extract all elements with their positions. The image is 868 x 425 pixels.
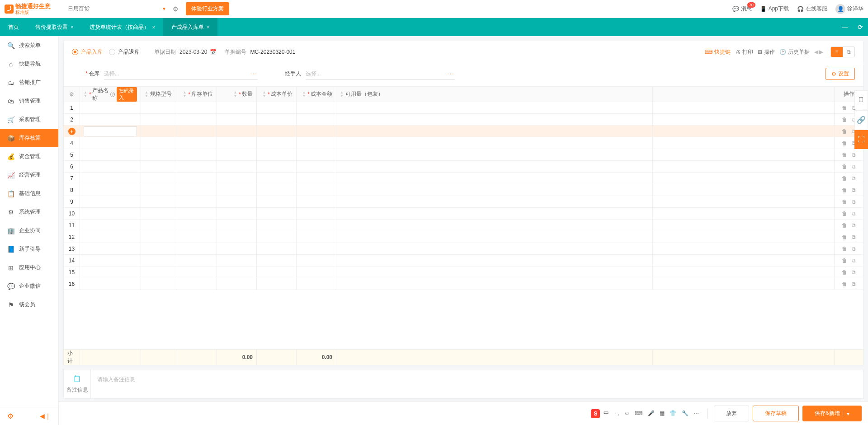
cost-cell[interactable] <box>257 196 297 207</box>
available-cell[interactable] <box>336 184 653 196</box>
cost-cell[interactable] <box>257 231 297 243</box>
qty-cell[interactable] <box>217 173 257 184</box>
history-button[interactable]: 🕑历史单据 <box>779 48 810 56</box>
product-cell[interactable] <box>80 149 141 160</box>
available-cell[interactable] <box>336 278 653 290</box>
product-cell[interactable] <box>80 208 141 219</box>
table-row[interactable]: 1🗑⧉ <box>64 102 863 114</box>
copy-row-icon[interactable]: ⧉ <box>852 152 856 158</box>
copy-row-icon[interactable]: ⧉ <box>852 246 856 252</box>
sidebar-item-7[interactable]: 📈经营管理 <box>0 166 58 184</box>
available-cell[interactable] <box>336 126 653 137</box>
product-cell[interactable] <box>80 184 141 196</box>
amount-cell[interactable] <box>297 126 336 137</box>
qty-cell[interactable] <box>217 184 257 196</box>
delete-row-icon[interactable]: 🗑 <box>842 175 847 182</box>
sidebar-item-4[interactable]: 🛒采购管理 <box>0 110 58 129</box>
delete-row-icon[interactable]: 🗑 <box>842 199 847 205</box>
column-config-button[interactable]: ⚙ <box>64 87 80 102</box>
table-row[interactable]: 6🗑⧉ <box>64 161 863 173</box>
table-row[interactable]: 5🗑⧉ <box>64 149 863 161</box>
delete-row-icon[interactable]: 🗑 <box>842 187 847 193</box>
product-cell[interactable] <box>80 266 141 278</box>
next-doc-button[interactable]: ▶ <box>819 49 823 55</box>
qty-cell[interactable] <box>217 220 257 231</box>
messages-button[interactable]: 💬 消息 70 <box>732 5 752 13</box>
unit-cell[interactable] <box>177 149 217 160</box>
table-row[interactable]: +🗑⧉ <box>64 126 863 137</box>
sidebar-item-9[interactable]: ⚙系统管理 <box>0 203 58 221</box>
table-row[interactable]: 11🗑⧉ <box>64 220 863 231</box>
cost-cell[interactable] <box>257 278 297 290</box>
cost-cell[interactable] <box>257 137 297 149</box>
scan-tag[interactable]: 扫码录入 <box>117 87 137 102</box>
qty-cell[interactable] <box>217 208 257 219</box>
sidebar-item-14[interactable]: ⚑畅会员 <box>0 295 58 314</box>
settings-button[interactable]: ⚙设置 <box>826 68 855 80</box>
copy-row-icon[interactable]: ⧉ <box>852 234 856 240</box>
operate-button[interactable]: ⊞操作 <box>758 48 775 56</box>
available-cell[interactable] <box>336 173 653 184</box>
available-cell[interactable] <box>336 196 653 207</box>
qty-cell[interactable] <box>217 278 257 290</box>
delete-row-icon[interactable]: 🗑 <box>842 117 847 123</box>
th-amount[interactable]: ▲▼*成本金额 <box>297 87 336 102</box>
list-view-button[interactable]: ≡ <box>831 47 843 57</box>
table-row[interactable]: 9🗑⧉ <box>64 196 863 208</box>
qty-cell[interactable] <box>217 126 257 137</box>
radio-product-in[interactable]: 产品入库 <box>72 48 103 56</box>
warehouse-select[interactable]: 选择... ··· <box>104 68 258 80</box>
save-draft-button[interactable]: 保存草稿 <box>753 406 799 421</box>
unit-cell[interactable] <box>177 126 217 137</box>
amount-cell[interactable] <box>297 114 336 125</box>
qty-cell[interactable] <box>217 196 257 207</box>
tab-home[interactable]: 首页 <box>0 18 27 36</box>
delete-row-icon[interactable]: 🗑 <box>842 210 847 217</box>
qty-cell[interactable] <box>217 255 257 266</box>
sidebar-item-6[interactable]: 💰资金管理 <box>0 147 58 166</box>
qty-cell[interactable] <box>217 137 257 149</box>
close-icon[interactable]: × <box>207 24 209 30</box>
available-cell[interactable] <box>336 255 653 266</box>
available-cell[interactable] <box>336 231 653 243</box>
copy-row-icon[interactable]: ⧉ <box>852 269 856 276</box>
product-cell[interactable] <box>80 173 141 184</box>
table-row[interactable]: 2🗑⧉ <box>64 114 863 126</box>
unit-cell[interactable] <box>177 231 217 243</box>
calendar-icon[interactable]: 📅 <box>210 49 217 55</box>
table-row[interactable]: 8🗑⧉ <box>64 184 863 196</box>
spec-cell[interactable] <box>141 278 177 290</box>
amount-cell[interactable] <box>297 184 336 196</box>
close-icon[interactable]: × <box>71 24 73 30</box>
available-cell[interactable] <box>336 137 653 149</box>
save-and-new-button[interactable]: 保存&新增▾ <box>802 406 862 421</box>
remark-input[interactable]: 请输入备注信息 <box>91 369 863 398</box>
rail-expand-button[interactable]: ⛶ <box>854 130 868 149</box>
unit-cell[interactable] <box>177 243 217 254</box>
product-cell[interactable] <box>80 278 141 290</box>
radio-product-return[interactable]: 产品退库 <box>109 48 140 56</box>
table-row[interactable]: 14🗑⧉ <box>64 255 863 266</box>
cost-cell[interactable] <box>257 266 297 278</box>
spec-cell[interactable] <box>141 161 177 172</box>
detail-view-button[interactable]: ⧉ <box>843 47 854 57</box>
available-cell[interactable] <box>336 102 653 113</box>
qty-cell[interactable] <box>217 243 257 254</box>
delete-row-icon[interactable]: 🗑 <box>842 128 847 135</box>
amount-cell[interactable] <box>297 196 336 207</box>
rail-note-button[interactable]: 🗒 <box>854 90 868 109</box>
table-row[interactable]: 10🗑⧉ <box>64 208 863 220</box>
print-button[interactable]: 🖨打印 <box>735 48 753 56</box>
copy-row-icon[interactable]: ⧉ <box>852 175 856 182</box>
qty-cell[interactable] <box>217 161 257 172</box>
amount-cell[interactable] <box>297 220 336 231</box>
experience-plan-button[interactable]: 体验行业方案 <box>186 2 229 15</box>
th-cost[interactable]: ▲▼*成本单价 <box>257 87 297 102</box>
add-row-button[interactable]: + <box>64 126 80 137</box>
cost-cell[interactable] <box>257 173 297 184</box>
online-service-button[interactable]: 🎧 在线客服 <box>797 5 827 13</box>
amount-cell[interactable] <box>297 173 336 184</box>
cost-cell[interactable] <box>257 243 297 254</box>
delete-row-icon[interactable]: 🗑 <box>842 257 847 264</box>
rail-link-button[interactable]: 🔗 <box>854 110 868 129</box>
